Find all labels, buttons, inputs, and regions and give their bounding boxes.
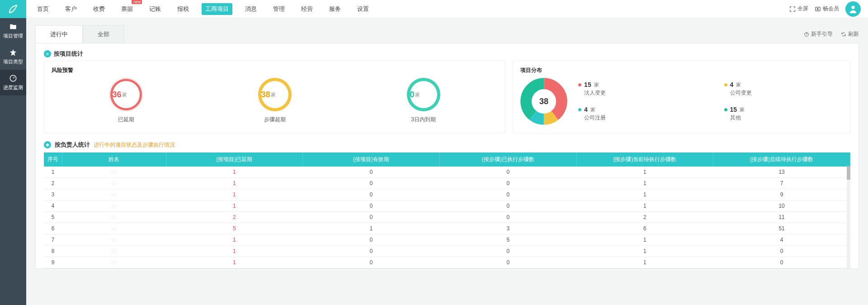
legend-count: 15 [584, 81, 591, 88]
legend-count: 15 [730, 106, 737, 113]
play-rect-icon [815, 6, 821, 12]
logo[interactable] [0, 0, 26, 18]
table-row[interactable]: 3—10019 [44, 189, 850, 200]
risk-unit: 家 [271, 91, 276, 98]
table-row[interactable]: 7—10514 [44, 234, 850, 246]
responsible-table: 序号姓名(按项目)已延期(按项目)有效期(按步骤)已执行步骤数(按步骤)当前待执… [44, 152, 850, 268]
member-label: 畅会员 [823, 5, 839, 13]
gauge-icon [9, 74, 17, 82]
table-row[interactable]: 9—10010 [44, 257, 850, 268]
risk-label: 已延期 [118, 116, 134, 124]
member-button[interactable]: 畅会员 [815, 5, 839, 13]
distribution-card: 项目分布 38 15家法人变更4家公司变更4家公司注册15家其他 [513, 61, 850, 133]
legend-item[interactable]: 4家公司变更 [724, 81, 843, 97]
fullscreen-button[interactable]: 全屏 [789, 5, 808, 13]
legend-dot-icon [724, 83, 727, 86]
legend-unit: 家 [740, 106, 745, 113]
table-header: 姓名 [62, 152, 166, 167]
table-header: (按项目)有效期 [303, 152, 440, 167]
topnav-item[interactable]: 记账 [146, 3, 165, 15]
refresh-icon [841, 32, 846, 37]
risk-circle[interactable]: 0家3日内到期 [407, 78, 440, 124]
legend-dot-icon [724, 108, 727, 111]
project-stats-title: ≡ 按项目统计 [44, 50, 850, 58]
responsible-title: 按负责人统计 [55, 141, 90, 149]
table-header: (按项目)已延期 [166, 152, 303, 167]
table-header: (按步骤)当前待执行步骤数 [576, 152, 713, 167]
avatar[interactable] [845, 1, 861, 17]
tab-in-progress[interactable]: 进行中 [35, 25, 83, 43]
page-tabs: 进行中 全部 [35, 25, 124, 43]
table-row[interactable]: 8—10010 [44, 246, 850, 257]
refresh-label: 刷新 [848, 30, 859, 38]
table-header: 序号 [44, 152, 62, 167]
legend-dot-icon [578, 108, 581, 111]
topnav-item[interactable]: 服务 [326, 3, 344, 15]
donut-total: 38 [532, 90, 556, 113]
sidebar-item-project-manage[interactable]: 项目管理 [0, 18, 26, 44]
table-header: (按步骤)已执行步骤数 [439, 152, 576, 167]
topnav-item[interactable]: 工商项目 [202, 3, 232, 15]
legend-item[interactable]: 15家法人变更 [578, 81, 697, 97]
legend-unit: 家 [594, 81, 599, 88]
topnav-item[interactable]: 客户 [61, 3, 80, 15]
sidebar-item-label: 进度监测 [3, 84, 23, 91]
svg-point-2 [851, 5, 854, 9]
guide-button[interactable]: 新手引导 [804, 30, 833, 38]
sidebar-item-progress-monitor[interactable]: 进度监测 [0, 70, 26, 95]
legend-unit: 家 [736, 81, 741, 88]
legend-count: 4 [584, 106, 588, 113]
legend-unit: 家 [590, 106, 595, 113]
risk-circle[interactable]: 38家步骤超期 [258, 78, 292, 124]
risk-circle[interactable]: 36家已延期 [109, 78, 143, 124]
table-row[interactable]: 1—100113 [44, 167, 850, 178]
scrollbar-thumb[interactable] [847, 166, 850, 180]
distribution-card-title: 项目分布 [520, 67, 843, 74]
topnav-item[interactable]: 票据new [118, 3, 137, 15]
table-row[interactable]: 4—100110 [44, 200, 850, 212]
help-icon [804, 32, 809, 37]
sidebar: 项目管理 项目类型 进度监测 [0, 0, 26, 305]
star-icon [9, 48, 17, 57]
topnav-item[interactable]: 管理 [269, 3, 288, 15]
folder-icon [9, 23, 17, 31]
topnav-item[interactable]: 首页 [33, 3, 52, 15]
legend-name: 公司变更 [730, 89, 843, 97]
scrollbar-track[interactable] [847, 166, 850, 268]
risk-count: 38 [261, 90, 270, 100]
fullscreen-label: 全屏 [797, 5, 808, 13]
legend-name: 法人变更 [584, 89, 697, 97]
risk-card-title: 风险预警 [52, 67, 498, 74]
topnav-item[interactable]: 收费 [90, 3, 108, 15]
table-row[interactable]: 5—200211 [44, 212, 850, 223]
table-header: (按步骤)后续待执行步骤数 [713, 152, 850, 167]
risk-label: 步骤超期 [264, 116, 286, 124]
stats-icon: ≡ [44, 50, 51, 57]
topnav-item[interactable]: 报税 [174, 3, 193, 15]
table-row[interactable]: 2—10017 [44, 178, 850, 189]
legend-item[interactable]: 4家公司注册 [578, 106, 697, 122]
table-row[interactable]: 6—513651 [44, 223, 850, 234]
topnav-item[interactable]: 经营 [297, 3, 316, 15]
user-icon [848, 4, 858, 14]
risk-unit: 家 [415, 91, 420, 98]
responsible-note: 进行中的项目状态及步骤执行情况 [94, 141, 175, 149]
fullscreen-icon [789, 6, 796, 12]
risk-unit: 家 [122, 91, 127, 98]
legend-count: 4 [730, 81, 734, 88]
sidebar-item-project-type[interactable]: 项目类型 [0, 44, 26, 70]
legend-dot-icon [578, 83, 581, 86]
person-icon: ✱ [44, 141, 51, 148]
tab-all[interactable]: 全部 [83, 25, 124, 43]
topnav-item[interactable]: 设置 [354, 3, 373, 15]
refresh-button[interactable]: 刷新 [841, 30, 859, 38]
sidebar-item-label: 项目类型 [3, 58, 23, 65]
legend-item[interactable]: 15家其他 [724, 106, 843, 122]
risk-label: 3日内到期 [411, 116, 436, 124]
donut-chart: 38 [520, 78, 567, 125]
new-badge: new [132, 0, 142, 4]
guide-label: 新手引导 [811, 30, 833, 38]
legend-name: 公司注册 [584, 114, 697, 122]
topnav-item[interactable]: 消息 [241, 3, 260, 15]
topnav: 首页客户收费票据new记账报税工商项目消息管理经营服务设置 全屏 畅会员 [26, 0, 868, 18]
